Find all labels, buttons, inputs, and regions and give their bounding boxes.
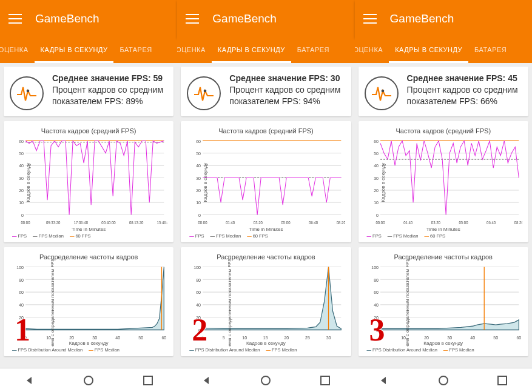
svg-point-0 <box>27 90 30 93</box>
content-area: Среднее значение FPS: 59 Процент кадров … <box>0 63 177 368</box>
fps-summary-text: Среднее значение FPS: 45 Процент кадров … <box>407 73 522 107</box>
fps-line-chart-svg: 010203040506000:0001:4003:2005:0006:4008… <box>365 137 522 228</box>
svg-text:40: 40 <box>197 163 201 168</box>
tab-overall[interactable]: АЯ ОЦЕНКА <box>355 38 389 63</box>
fps-stability-text: Процент кадров со средним показателем FP… <box>407 84 522 107</box>
svg-text:50: 50 <box>374 151 379 156</box>
nav-home-icon[interactable] <box>436 373 451 388</box>
android-nav-bar <box>355 368 532 392</box>
y-axis-label: Кадров в секунду <box>203 163 208 202</box>
tab-overall[interactable]: АЯ ОЦЕНКА <box>0 38 35 63</box>
svg-text:50: 50 <box>138 334 143 340</box>
svg-text:05:00: 05:00 <box>281 220 291 224</box>
svg-text:80: 80 <box>197 277 201 282</box>
svg-text:08:13:20: 08:13:20 <box>129 220 144 224</box>
screenshot-pane-2: GameBench АЯ ОЦЕНКА КАДРЫ В СЕКУНДУ БАТА… <box>177 0 354 392</box>
nav-recent-icon[interactable] <box>495 373 510 388</box>
fps-line-chart-svg: 010203040506000:0001:4003:2005:0006:4008… <box>187 137 345 228</box>
android-nav-bar <box>177 368 354 392</box>
nav-recent-icon[interactable] <box>141 373 155 388</box>
tab-fps[interactable]: КАДРЫ В СЕКУНДУ <box>35 38 114 63</box>
overlay-number: 1 <box>15 312 30 348</box>
fps-legend: FPS FPS Median 60 FPS <box>365 232 522 240</box>
svg-text:80: 80 <box>374 277 379 282</box>
fps-chart[interactable]: Кадров в секунду 010203040506000:0001:40… <box>187 137 345 228</box>
app-title: GameBench <box>390 12 454 25</box>
dist-chart-title: Распределение частоты кадров <box>187 253 345 261</box>
dist-legend: FPS Distribution Around Median FPS Media… <box>10 346 167 354</box>
dist-chart[interactable]: емя с определенным показателем FPS 02040… <box>365 263 522 342</box>
svg-text:50: 50 <box>197 151 201 156</box>
fps-chart[interactable]: Кадров в секунду 010203040506000:0009:33… <box>10 137 167 228</box>
svg-text:60: 60 <box>197 290 201 295</box>
svg-point-43 <box>84 376 93 385</box>
nav-back-icon[interactable] <box>377 373 391 388</box>
svg-text:60: 60 <box>161 334 166 340</box>
nav-recent-icon[interactable] <box>318 373 332 388</box>
legend-60: 60 FPS <box>424 233 445 239</box>
svg-text:80: 80 <box>19 277 24 282</box>
app-title: GameBench <box>212 12 277 25</box>
svg-text:10: 10 <box>374 200 379 205</box>
tab-bar: АЯ ОЦЕНКА КАДРЫ В СЕКУНДУ БАТАРЕЯ <box>177 38 354 63</box>
avg-fps-value: 45 <box>508 73 517 83</box>
fps-summary-card: Среднее значение FPS: 45 Процент кадров … <box>359 67 528 116</box>
avg-fps-label: Среднее значение FPS: <box>407 73 506 83</box>
dist-chart[interactable]: емя с определенным показателем FPS 02040… <box>10 263 167 342</box>
svg-text:40: 40 <box>374 163 379 168</box>
tab-fps[interactable]: КАДРЫ В СЕКУНДУ <box>212 38 291 63</box>
fps-over-time-card: Частота кадров (средний FPS) Кадров в се… <box>181 121 351 242</box>
fps-chart[interactable]: Кадров в секунду 010203040506000:0001:40… <box>365 137 522 228</box>
app-header: GameBench <box>355 0 532 38</box>
fps-stability-text: Процент кадров со средним показателем FP… <box>52 84 167 107</box>
fps-legend: FPS FPS Median 60 FPS <box>10 232 167 240</box>
dist-y-axis-label: емя с определенным показателем FPS <box>227 258 233 346</box>
legend-median: FPS Median <box>210 233 241 239</box>
svg-text:60: 60 <box>374 290 379 295</box>
dist-chart-title: Распределение частоты кадров <box>10 253 167 261</box>
nav-back-icon[interactable] <box>200 373 214 388</box>
fps-distribution-card: Распределение частоты кадров емя с опред… <box>4 247 173 356</box>
fps-pulse-icon <box>10 76 44 110</box>
svg-text:60: 60 <box>19 290 24 295</box>
svg-text:20: 20 <box>69 334 74 340</box>
menu-icon[interactable] <box>363 12 377 25</box>
tab-overall[interactable]: АЯ ОЦЕНКА <box>177 38 212 63</box>
svg-text:20: 20 <box>424 334 429 340</box>
tab-battery[interactable]: БАТАРЕЯ <box>291 38 335 63</box>
svg-text:30: 30 <box>197 175 201 181</box>
fps-over-time-card: Частота кадров (средний FPS) Кадров в се… <box>4 121 173 242</box>
tab-fps[interactable]: КАДРЫ В СЕКУНДУ <box>389 38 468 63</box>
fps-distribution-card: Распределение частоты кадров емя с опред… <box>181 247 351 356</box>
svg-text:20: 20 <box>197 188 201 193</box>
legend-fps: FPS <box>189 233 204 239</box>
app-title: GameBench <box>35 12 99 25</box>
svg-text:100: 100 <box>194 264 201 270</box>
svg-text:15: 15 <box>263 334 268 340</box>
nav-home-icon[interactable] <box>258 373 273 388</box>
menu-icon[interactable] <box>8 12 22 25</box>
nav-back-icon[interactable] <box>22 373 37 388</box>
tab-battery[interactable]: БАТАРЕЯ <box>113 38 158 63</box>
fps-over-time-card: Частота кадров (средний FPS) Кадров в се… <box>359 121 528 242</box>
fps-summary-text: Среднее значение FPS: 30 Процент кадров … <box>229 73 345 107</box>
svg-rect-44 <box>144 376 152 385</box>
fps-chart-title: Частота кадров (средний FPS) <box>365 127 522 135</box>
svg-text:20: 20 <box>19 188 24 193</box>
dist-chart-title: Распределение частоты кадров <box>365 253 522 261</box>
tab-battery[interactable]: БАТАРЕЯ <box>468 38 513 63</box>
svg-text:17:06:40: 17:06:40 <box>74 220 89 224</box>
svg-text:60: 60 <box>197 138 201 144</box>
legend-dist: FPS Distribution Around Median <box>189 347 260 353</box>
svg-text:00:00: 00:00 <box>198 220 208 224</box>
svg-text:40: 40 <box>19 163 24 168</box>
nav-home-icon[interactable] <box>81 373 96 388</box>
svg-point-133 <box>439 376 448 385</box>
legend-fps: FPS <box>12 233 27 239</box>
legend-dist-median: FPS Median <box>89 347 120 353</box>
dist-legend: FPS Distribution Around Median FPS Media… <box>187 346 345 354</box>
content-area: Среднее значение FPS: 45 Процент кадров … <box>355 63 532 368</box>
svg-text:25: 25 <box>305 334 310 340</box>
menu-icon[interactable] <box>186 12 199 25</box>
dist-chart[interactable]: емя с определенным показателем FPS 02040… <box>187 263 345 342</box>
